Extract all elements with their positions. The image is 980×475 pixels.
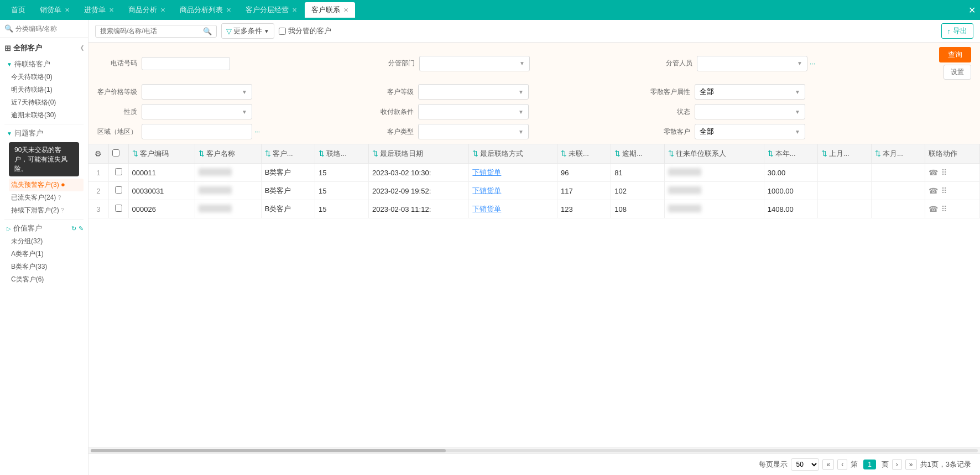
more-conditions-btn[interactable]: ▽ 更多条件 ▼	[221, 23, 274, 39]
person-more-btn[interactable]: ···	[810, 60, 815, 67]
search-icon[interactable]: 🔍	[203, 27, 212, 35]
tab-sales-close[interactable]: ✕	[65, 7, 70, 14]
tab-goods-analysis[interactable]: 商品分析 ✕	[122, 2, 172, 18]
col-type-sort-icon[interactable]: ⇅	[265, 149, 271, 158]
sidebar-search-input[interactable]	[15, 25, 84, 33]
action-more-icon[interactable]: ⠿	[941, 205, 947, 213]
gender-label: 性质	[97, 107, 142, 117]
sidebar-item-ungrouped[interactable]: 未分组(32)	[9, 235, 84, 248]
phone-input[interactable]	[142, 57, 230, 70]
col-unlisted-sort-icon[interactable]: ⇅	[561, 149, 567, 158]
zero-attr-select[interactable]: 全部 ▼	[695, 84, 805, 100]
col-contact-sort-icon[interactable]: ⇅	[319, 149, 325, 158]
action-contact-icon[interactable]: ☎	[929, 205, 938, 213]
per-page-select[interactable]: 50 100	[791, 458, 819, 471]
tab-goods-analysis-label: 商品分析	[128, 5, 157, 15]
first-page-btn[interactable]: «	[822, 459, 834, 470]
horizontal-scrollbar[interactable]	[88, 447, 980, 453]
sidebar-item-churn-warning[interactable]: 流失预警客户(3) ●	[9, 179, 84, 191]
sidebar-item-today[interactable]: 今天待联络(0)	[9, 71, 84, 83]
row-checkbox[interactable]	[115, 168, 122, 175]
column-settings-icon[interactable]: ⚙	[95, 149, 102, 158]
sidebar-collapse-icon[interactable]: 《	[77, 44, 84, 53]
sidebar-group-value[interactable]: ▷ 价值客户 ↻ ✎	[4, 222, 84, 235]
row-checkbox[interactable]	[115, 186, 122, 194]
action-more-icon[interactable]: ⠿	[941, 186, 947, 195]
col-last-method-sort-icon[interactable]: ⇅	[472, 149, 478, 158]
sidebar-item-class-a[interactable]: A类客户(1)	[9, 248, 84, 260]
tab-home[interactable]: 首页	[4, 2, 32, 18]
scrollbar-track[interactable]	[91, 449, 978, 452]
sidebar-item-class-c[interactable]: C类客户(6)	[9, 273, 84, 286]
col-name-sort-icon[interactable]: ⇅	[199, 149, 205, 158]
last-method-link[interactable]: 下销货单	[472, 205, 501, 213]
tab-purchase-label: 进货单	[84, 5, 106, 15]
tab-goods-analysis-close[interactable]: ✕	[160, 7, 165, 14]
col-overdue-sort-icon[interactable]: ⇅	[614, 149, 621, 158]
gender-select[interactable]: ▼	[142, 104, 252, 119]
pending-group-items: 今天待联络(0) 明天待联络(1) 近7天待联络(0) 逾期未联络(30)	[4, 71, 84, 122]
edit-icon[interactable]: ✎	[79, 225, 84, 232]
status-select[interactable]: ▼	[695, 104, 805, 119]
tab-purchase[interactable]: 进货单 ✕	[77, 2, 121, 18]
type-select[interactable]: ▼	[418, 124, 529, 139]
window-close-btn[interactable]: ✕	[968, 5, 976, 15]
tab-customer-contact[interactable]: 客户联系 ✕	[305, 2, 355, 18]
sidebar-item-tomorrow[interactable]: 明天待联络(1)	[9, 83, 84, 96]
zero-customer-select[interactable]: 全部 ▼	[695, 124, 805, 139]
filter-bar: 🔍 ▽ 更多条件 ▼ 我分管的客户 ↑ 导出	[88, 20, 980, 43]
payment-select[interactable]: ▼	[418, 104, 529, 119]
price-level-select[interactable]: ▼	[142, 84, 252, 100]
sidebar-item-churned[interactable]: 已流失客户(24) ?	[9, 191, 84, 204]
scrollbar-thumb[interactable]	[91, 449, 446, 452]
query-btn[interactable]: 查询	[939, 47, 971, 62]
last-page-btn[interactable]: »	[905, 459, 917, 470]
col-overdue: ⇅逾期...	[611, 144, 665, 164]
region-more-btn[interactable]: ···	[254, 128, 260, 135]
refresh-icon[interactable]: ↻	[71, 225, 76, 232]
dept-select[interactable]: ▼	[419, 56, 530, 71]
grid-icon: ⊞	[4, 44, 11, 53]
tab-goods-list-close[interactable]: ✕	[226, 7, 231, 14]
tab-customer-tier[interactable]: 客户分层经营 ✕	[239, 2, 304, 18]
col-this-year-sort-icon[interactable]: ⇅	[768, 149, 774, 158]
row-actions: ☎ ⠿	[925, 164, 980, 182]
action-more-icon[interactable]: ⠿	[941, 168, 947, 177]
sidebar-item-class-b[interactable]: B类客户(33)	[9, 260, 84, 273]
sidebar-item-7days[interactable]: 近7天待联络(0)	[9, 96, 84, 109]
action-contact-icon[interactable]: ☎	[929, 168, 938, 177]
last-method-link[interactable]: 下销货单	[472, 186, 501, 195]
sidebar-item-overdue[interactable]: 逾期未联络(30)	[9, 109, 84, 122]
row-name	[195, 182, 261, 200]
tab-goods-list[interactable]: 商品分析列表 ✕	[173, 2, 238, 18]
my-customers-checkbox-label[interactable]: 我分管的客户	[279, 26, 331, 36]
col-code-sort-icon[interactable]: ⇅	[132, 149, 138, 158]
sidebar-all-customers-title[interactable]: ⊞ 全部客户 《	[4, 41, 84, 55]
col-last-date: ⇅最后联络日期	[369, 144, 469, 164]
prev-page-btn[interactable]: ‹	[837, 459, 847, 470]
sidebar-group-problem[interactable]: ▼ 问题客户	[4, 127, 84, 140]
level-select[interactable]: ▼	[418, 84, 529, 100]
tab-sales[interactable]: 销货单 ✕	[33, 2, 76, 18]
tab-customer-tier-close[interactable]: ✕	[292, 7, 297, 14]
col-this-month-sort-icon[interactable]: ⇅	[875, 149, 881, 158]
select-all-checkbox[interactable]	[112, 149, 119, 156]
filter-search-input[interactable]	[100, 27, 203, 35]
action-contact-icon[interactable]: ☎	[929, 186, 938, 195]
region-select[interactable]	[142, 124, 252, 139]
last-method-link[interactable]: 下销货单	[472, 168, 501, 176]
person-select[interactable]: ▼	[697, 56, 807, 71]
col-last-date-sort-icon[interactable]: ⇅	[372, 149, 378, 158]
setting-btn[interactable]: 设置	[943, 65, 971, 80]
row-checkbox[interactable]	[115, 205, 122, 212]
col-contact-person-sort-icon[interactable]: ⇅	[668, 149, 674, 158]
sidebar-group-pending[interactable]: ▼ 待联络客户	[4, 58, 84, 71]
tab-customer-contact-close[interactable]: ✕	[343, 7, 348, 14]
sidebar-item-declining[interactable]: 持续下滑客户(2) ?	[9, 204, 84, 217]
col-last-month-sort-icon[interactable]: ⇅	[821, 149, 827, 158]
export-btn[interactable]: ↑ 导出	[941, 23, 974, 39]
next-page-btn[interactable]: ›	[892, 459, 902, 470]
tab-home-label: 首页	[11, 5, 25, 15]
tab-purchase-close[interactable]: ✕	[109, 7, 114, 14]
my-customers-checkbox[interactable]	[279, 28, 286, 35]
